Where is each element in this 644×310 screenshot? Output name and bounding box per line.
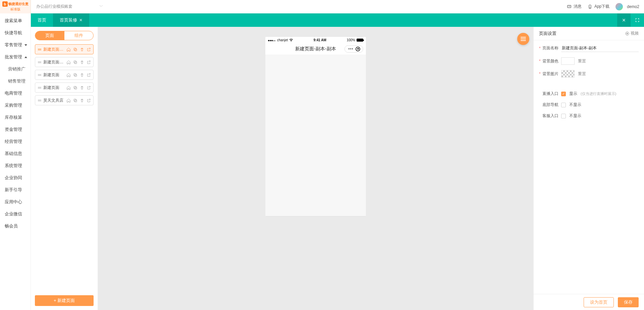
copy-icon[interactable] — [72, 47, 78, 52]
play-icon — [625, 32, 629, 36]
chevron-down-icon: ﹀ — [99, 4, 103, 9]
svg-rect-7 — [74, 74, 77, 76]
home-icon[interactable] — [66, 59, 71, 65]
home-icon[interactable] — [66, 85, 71, 90]
tab-close-all-button[interactable] — [617, 13, 631, 27]
miniapp-capsule[interactable] — [344, 45, 363, 53]
copy-icon[interactable] — [72, 98, 78, 103]
target-icon[interactable] — [356, 47, 360, 51]
page-name-input[interactable] — [561, 44, 639, 52]
svg-rect-5 — [74, 61, 77, 64]
messages-label: 消息 — [574, 4, 582, 9]
bottom-nav-check-label: 不显示 — [569, 102, 581, 108]
copy-icon[interactable] — [72, 85, 78, 90]
save-button[interactable]: 保存 — [618, 297, 639, 307]
close-icon[interactable]: ✕ — [79, 18, 83, 22]
live-checkbox[interactable] — [561, 92, 566, 96]
sidebar-item-retail[interactable]: 零售管理 — [0, 39, 31, 51]
fullscreen-button[interactable] — [631, 13, 644, 27]
svg-rect-0 — [568, 5, 571, 7]
phone-statusbar: chanjet 9:41 AM 100% — [265, 37, 366, 43]
share-icon[interactable] — [86, 85, 91, 90]
share-icon[interactable] — [86, 59, 91, 65]
sidebar-item-apps[interactable]: 应用中心 — [0, 196, 31, 208]
svg-rect-4 — [74, 48, 76, 50]
sidebar-item-system[interactable]: 系统管理 — [0, 160, 31, 172]
home-icon[interactable] — [66, 72, 71, 78]
svg-rect-6 — [74, 61, 76, 63]
drag-handle-icon[interactable] — [37, 49, 42, 50]
sidebar-item-collab[interactable]: 企业协同 — [0, 172, 31, 184]
page-row[interactable]: 新建页面-副本... — [35, 44, 94, 54]
sidebar-item-wholesale[interactable]: 批发管理 — [0, 51, 31, 63]
sidebar-item-operation[interactable]: 经营管理 — [0, 136, 31, 148]
sidebar-item-guide[interactable]: 新手引导 — [0, 184, 31, 196]
messages-button[interactable]: 消息 — [567, 4, 582, 9]
phone-body[interactable] — [265, 55, 366, 216]
x-icon — [622, 18, 626, 22]
page-panel: 页面 组件 新建页面-副本... 新建页面-副本 — [31, 27, 98, 310]
sidebar-item-finance[interactable]: 资金管理 — [0, 123, 31, 136]
drag-handle-icon[interactable] — [37, 61, 42, 63]
delete-icon[interactable] — [79, 85, 85, 90]
bgcolor-swatch[interactable] — [561, 57, 575, 65]
copy-icon[interactable] — [72, 59, 78, 65]
page-row[interactable]: 昊天文具店 — [35, 95, 94, 105]
logo-mark-icon: b — [2, 1, 8, 7]
app-download-button[interactable]: App下载 — [588, 4, 609, 9]
phone-icon — [588, 4, 592, 9]
service-checkbox[interactable] — [561, 114, 566, 118]
bgimg-reset[interactable]: 重置 — [578, 71, 586, 77]
sidebar-item-wechat[interactable]: 企业微信 — [0, 208, 31, 220]
sidebar-item-basic[interactable]: 基础信息 — [0, 148, 31, 160]
segment-page[interactable]: 页面 — [35, 31, 64, 40]
sidebar-quick-nav[interactable]: 快捷导航 — [0, 27, 31, 39]
sidebar-search[interactable]: 搜索菜单 — [0, 15, 31, 27]
sidebar-item-inventory[interactable]: 库存核算 — [0, 111, 31, 123]
page-row[interactable]: 新建页面 — [35, 70, 94, 80]
svg-rect-10 — [74, 86, 76, 89]
drag-handle-icon[interactable] — [37, 74, 42, 76]
bgimg-label: 背景图片 — [542, 71, 561, 77]
sidebar-item-purchase[interactable]: 采购管理 — [0, 99, 31, 111]
tab-page-decor[interactable]: 首页装修 ✕ — [53, 13, 89, 27]
sidebar-sub-sales[interactable]: 销售管理 — [0, 75, 31, 87]
page-row-name: 新建页面-副本 — [43, 59, 64, 65]
sidebar-sub-marketing[interactable]: 营销推广 — [0, 63, 31, 75]
share-icon[interactable] — [86, 72, 91, 78]
more-icon[interactable] — [347, 48, 354, 49]
new-page-button[interactable]: + 新建页面 — [35, 295, 94, 306]
tab-home[interactable]: 首页 — [31, 13, 53, 27]
component-drawer-toggle[interactable] — [517, 33, 529, 45]
home-icon[interactable] — [66, 47, 71, 52]
share-icon[interactable] — [86, 47, 91, 52]
delete-icon[interactable] — [79, 72, 85, 78]
delete-icon[interactable] — [79, 59, 85, 65]
settings-panel: 页面设置 视频 * 页面名称 * 背景颜色 — [533, 27, 644, 310]
account-selector[interactable]: 办公品行业模拟账套 ﹀ — [36, 4, 103, 9]
live-check-label: 显示 — [569, 91, 577, 97]
drag-handle-icon[interactable] — [37, 87, 42, 89]
copy-icon[interactable] — [72, 72, 78, 78]
delete-icon[interactable] — [79, 98, 85, 103]
panel-segment: 页面 组件 — [35, 31, 94, 40]
delete-icon[interactable] — [79, 47, 85, 52]
brand-logo[interactable]: b 畅捷通好生意 标准版 — [0, 0, 31, 13]
drag-handle-icon[interactable] — [37, 100, 42, 101]
sidebar-item-member[interactable]: 畅会员 — [0, 220, 31, 232]
brand-edition: 标准版 — [10, 7, 20, 12]
share-icon[interactable] — [86, 98, 91, 103]
video-help-link[interactable]: 视频 — [625, 31, 639, 36]
bottom-nav-checkbox[interactable] — [561, 103, 566, 107]
user-menu[interactable]: demo2 — [615, 3, 639, 10]
page-row[interactable]: 新建页面-副本 — [35, 57, 94, 67]
bgimg-swatch[interactable] — [561, 70, 575, 78]
set-home-button[interactable]: 设为首页 — [584, 297, 614, 307]
phone-time: 9:41 AM — [314, 38, 326, 42]
home-icon[interactable] — [66, 98, 71, 103]
segment-component[interactable]: 组件 — [64, 31, 94, 40]
bgcolor-reset[interactable]: 重置 — [578, 58, 586, 64]
page-row-name: 昊天文具店 — [43, 98, 64, 103]
page-row[interactable]: 新建页面 — [35, 83, 94, 93]
sidebar-item-ecommerce[interactable]: 电商管理 — [0, 87, 31, 99]
